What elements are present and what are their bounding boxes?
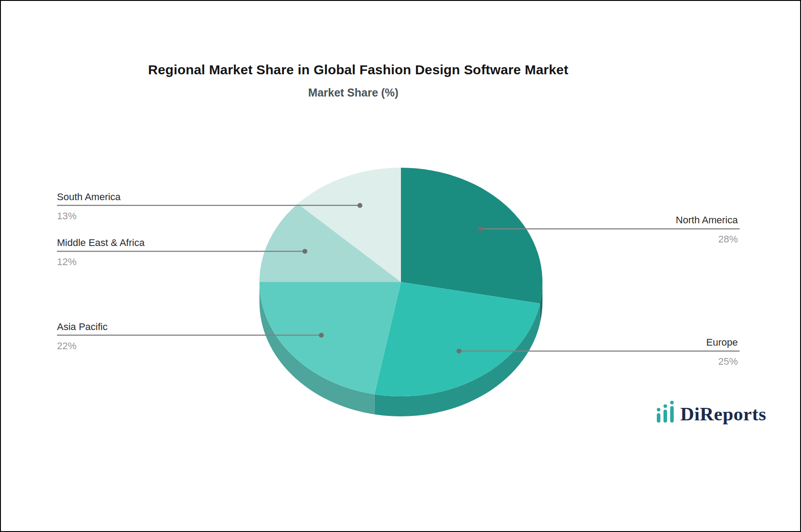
slice-label-europe: Europe [706, 337, 738, 348]
slice-label-south-america: South America [57, 191, 121, 203]
leader-dot-middle-east-africa [303, 249, 307, 254]
chart-canvas: Regional Market Share in Global Fashion … [0, 0, 801, 532]
slice-pct-middle-east-africa: 12% [57, 256, 77, 268]
bar-chart-icon [655, 400, 678, 424]
slice-pct-south-america: 13% [57, 210, 77, 222]
slice-pct-north-america: 28% [718, 234, 738, 245]
direports-logo: DiReports [655, 400, 766, 426]
slice-pct-europe: 25% [718, 356, 738, 367]
slice-label-middle-east-africa: Middle East & Africa [57, 237, 145, 249]
slice-label-north-america: North America [676, 214, 738, 226]
slice-pct-asia-pacific: 22% [57, 340, 77, 352]
leader-dot-north-america [478, 226, 483, 231]
pie-slice-north-america [401, 168, 542, 303]
leader-dot-south-america [357, 203, 362, 208]
logo-text: DiReports [680, 402, 766, 426]
leader-dot-europe [457, 349, 461, 354]
slice-label-asia-pacific: Asia Pacific [57, 321, 108, 333]
pie-chart [1, 1, 801, 532]
leader-dot-asia-pacific [319, 333, 324, 338]
